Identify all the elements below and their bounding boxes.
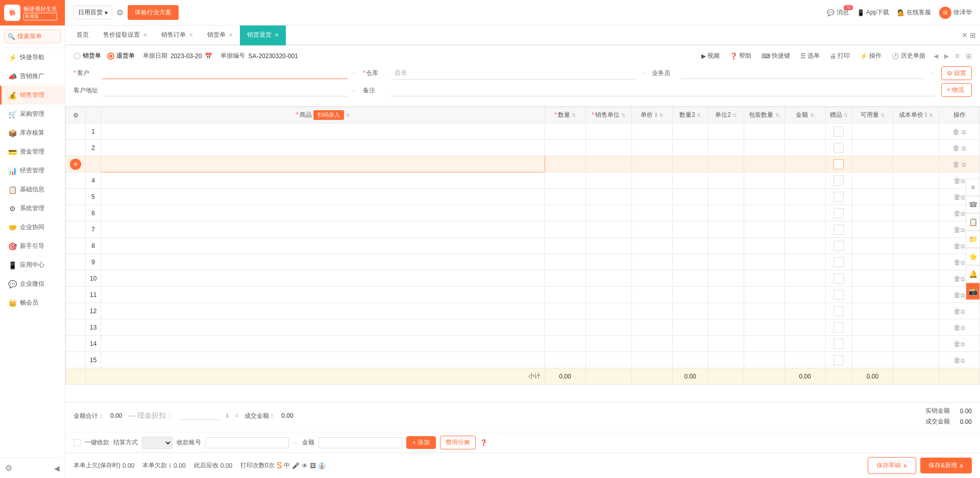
row-qty2-2[interactable] bbox=[672, 140, 708, 156]
view-list-icon[interactable]: ≡ bbox=[955, 52, 960, 61]
online-service-button[interactable]: 💁 在线客服 bbox=[897, 8, 931, 17]
amount-sort-icon[interactable]: ⇅ bbox=[810, 112, 814, 118]
add-row-button[interactable]: + bbox=[70, 159, 81, 170]
fee-help-icon[interactable]: ❓ bbox=[480, 439, 487, 446]
sidebar-item-appstore[interactable]: 📱 应用中心 bbox=[0, 256, 65, 274]
sidebar-item-member[interactable]: 👑 畅会员 bbox=[0, 293, 65, 312]
copy-row-2-icon[interactable]: ⧉ bbox=[962, 145, 966, 152]
copy-row-4[interactable]: ⧉ bbox=[961, 178, 965, 185]
row-unit2-1[interactable] bbox=[708, 123, 744, 140]
collapse-icon[interactable]: ◀ bbox=[54, 464, 60, 472]
shortcut-btn[interactable]: ⌨ 快捷键 bbox=[760, 51, 792, 61]
scan-input-button[interactable]: 扫码录入 bbox=[313, 110, 344, 120]
tab-expand-icon[interactable]: ⊞ bbox=[970, 31, 976, 39]
copy-row-8[interactable]: ⧉ bbox=[961, 243, 965, 250]
row-product-2[interactable] bbox=[101, 140, 545, 156]
sidebar-item-purchase[interactable]: 🛒 采购管理 bbox=[0, 105, 65, 123]
row-pack-3[interactable] bbox=[744, 156, 785, 172]
save-new-button[interactable]: 保存&新增 ∧ bbox=[920, 458, 972, 473]
delete-row-3-icon[interactable]: 🗑 bbox=[952, 160, 960, 168]
copy-row-1-icon[interactable]: ⧉ bbox=[962, 129, 966, 136]
copy-row-10[interactable]: ⧉ bbox=[961, 275, 965, 283]
delete-row-5[interactable]: 🗑 bbox=[953, 193, 961, 201]
tab-price-settings[interactable]: 售价提取设置 ✕ bbox=[96, 26, 154, 45]
row-price-3[interactable] bbox=[631, 156, 672, 172]
tab-sales-order[interactable]: 销售订单 ✕ bbox=[154, 26, 200, 45]
copy-row-6[interactable]: ⧉ bbox=[961, 210, 965, 217]
calendar-icon[interactable]: 📅 bbox=[205, 53, 212, 60]
salesperson-select-icon[interactable]: ··· bbox=[929, 68, 936, 78]
row-cost-3[interactable] bbox=[893, 156, 939, 172]
sidebar-item-basics[interactable]: 📋 基础信息 bbox=[0, 180, 65, 199]
tab-close-return[interactable]: ✕ bbox=[275, 32, 279, 38]
delete-row-10[interactable]: 🗑 bbox=[953, 274, 961, 283]
sidebar-item-wechat[interactable]: 💬 企业微信 bbox=[0, 274, 65, 293]
fee-split-button[interactable]: 费用分摊 bbox=[440, 436, 476, 449]
copy-row-9[interactable]: ⧉ bbox=[961, 259, 965, 266]
row-price-2[interactable] bbox=[631, 140, 672, 156]
edge-btn-3[interactable]: 📋 bbox=[966, 213, 980, 231]
payment-amount-input[interactable] bbox=[318, 437, 402, 448]
row-qty-2[interactable] bbox=[545, 140, 585, 156]
delete-row-4[interactable]: 🗑 bbox=[953, 177, 961, 185]
radio-delivery[interactable]: 销货单 bbox=[74, 52, 101, 60]
row-available-2[interactable] bbox=[852, 140, 893, 156]
account-select-icon[interactable]: ··· bbox=[293, 439, 298, 446]
row-cost-1[interactable] bbox=[893, 123, 939, 140]
discount-input[interactable] bbox=[179, 412, 220, 420]
tab-home[interactable]: 首页 bbox=[69, 26, 96, 45]
delete-row-2-icon[interactable]: 🗑 bbox=[952, 144, 960, 152]
row-available-1[interactable] bbox=[852, 123, 893, 140]
operate-btn[interactable]: ⚡ 操作 bbox=[858, 51, 884, 61]
sidebar-item-marketing[interactable]: 📣 营销推广 bbox=[0, 67, 65, 86]
radio-return[interactable]: 退货单 bbox=[107, 52, 135, 60]
edge-btn-1[interactable]: ≡ bbox=[966, 179, 980, 196]
delete-row-9[interactable]: 🗑 bbox=[953, 258, 961, 266]
price-info-icon[interactable]: ℹ bbox=[655, 111, 657, 118]
edge-btn-screenshot[interactable]: 📸 bbox=[966, 283, 980, 300]
th-settings[interactable]: ⚙ bbox=[66, 107, 86, 123]
row-available-3[interactable] bbox=[852, 156, 893, 172]
one-click-payment-checkbox[interactable] bbox=[74, 439, 81, 446]
pack-sort-icon[interactable]: ⇅ bbox=[775, 112, 779, 118]
row-product-3[interactable] bbox=[101, 156, 545, 172]
help-btn[interactable]: ❓ 帮助 bbox=[728, 51, 753, 61]
messages-button[interactable]: 💬 消息 70 bbox=[827, 8, 849, 17]
edge-btn-5[interactable]: ⭐ bbox=[966, 248, 980, 265]
row-unit-3[interactable] bbox=[585, 156, 631, 172]
unit-sort-icon[interactable]: ⇅ bbox=[621, 112, 625, 118]
copy-row-11[interactable]: ⧉ bbox=[961, 292, 965, 299]
delete-row-12[interactable]: 🗑 bbox=[953, 307, 961, 315]
tab-close-delivery[interactable]: ✕ bbox=[229, 32, 233, 38]
product-sort-icon[interactable]: ⇅ bbox=[346, 112, 350, 118]
customer-input[interactable] bbox=[102, 67, 348, 79]
sidebar-item-sales[interactable]: 💰 销售管理 bbox=[0, 86, 65, 105]
calc-method-select[interactable] bbox=[142, 437, 173, 449]
cost-sort-icon[interactable]: ⇅ bbox=[929, 112, 933, 118]
row-unit2-3[interactable] bbox=[708, 156, 744, 172]
row-qty-1[interactable] bbox=[545, 123, 585, 140]
history-next-icon[interactable]: ▶ bbox=[944, 53, 949, 60]
row-gift-1[interactable] bbox=[825, 123, 852, 140]
user-profile[interactable]: 徐 徐泽华 bbox=[939, 7, 972, 19]
sidebar-item-quick-nav[interactable]: ⚡ 快捷导航 bbox=[0, 48, 65, 67]
cost-info-icon[interactable]: ℹ bbox=[925, 111, 927, 118]
sidebar-item-finance[interactable]: 💳 资金管理 bbox=[0, 142, 65, 161]
view-grid-icon[interactable]: ⊞ bbox=[966, 52, 972, 60]
delete-row-14[interactable]: 🗑 bbox=[953, 340, 961, 348]
video-btn[interactable]: ▶ 视频 bbox=[699, 51, 722, 61]
tab-close-all-icon[interactable]: ✕ bbox=[962, 31, 968, 39]
account-input[interactable] bbox=[205, 437, 289, 448]
add-payment-button[interactable]: + 添加 bbox=[406, 436, 436, 449]
copy-row-15[interactable]: ⧉ bbox=[961, 357, 965, 364]
logistics-button[interactable]: + 物流 bbox=[941, 83, 972, 97]
product-input-3[interactable] bbox=[105, 161, 540, 168]
settings-gear-icon[interactable]: ⚙ bbox=[5, 463, 12, 473]
address-select-icon[interactable]: ··· bbox=[351, 86, 358, 95]
copy-row-13[interactable]: ⧉ bbox=[961, 324, 965, 332]
history-prev-icon[interactable]: ◀ bbox=[934, 53, 938, 60]
price-sort-icon[interactable]: ⇅ bbox=[659, 112, 663, 118]
monthly-overdue-circle[interactable]: ℹ bbox=[169, 462, 172, 469]
tab-delivery[interactable]: 销货单 ✕ bbox=[200, 26, 240, 45]
row-gift-2[interactable] bbox=[825, 140, 852, 156]
